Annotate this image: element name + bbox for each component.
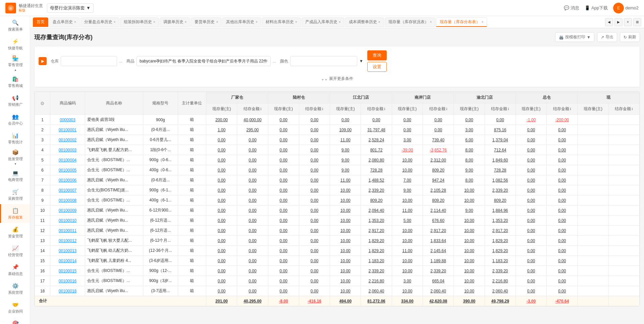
tab-home[interactable]: 首页 — [33, 17, 48, 27]
tab-next-btn[interactable]: ▶ — [614, 18, 623, 26]
row-fj-qty[interactable]: 0.00 — [206, 256, 237, 266]
close-icon[interactable]: × — [74, 20, 76, 24]
row-lc-qty[interactable]: 0.00 — [268, 175, 299, 185]
row-fj-qty[interactable]: 0.00 — [206, 276, 237, 286]
tab-xiancun-fenbiao[interactable]: 现存量（库存分布表） × — [436, 17, 487, 27]
row-yb-qty[interactable]: 10.00 — [454, 286, 485, 296]
row-code[interactable]: 00100012 — [50, 236, 85, 246]
tab-zuzhuchai[interactable]: 组装拆卸单历史 × — [120, 17, 159, 27]
row-na-qty[interactable]: 10.00 — [392, 286, 423, 296]
row-code[interactable]: 00100011 — [50, 226, 85, 236]
tab-qitachuku[interactable]: 其他出库单历史 × — [222, 17, 261, 27]
row-jb-qty[interactable]: 0.00 — [330, 115, 361, 125]
industry-select[interactable]: 母婴行业演示陈套 ▼ — [47, 3, 94, 13]
row-na-qty[interactable]: 7.00 — [392, 175, 423, 185]
row-na-qty[interactable]: 9.00 — [392, 185, 423, 195]
row-yb-qty[interactable]: 3.00 — [454, 125, 485, 135]
row-jb-qty[interactable]: 9.00 — [330, 155, 361, 165]
row-jb-qty[interactable]: 9.00 — [330, 165, 361, 175]
row-na-qty[interactable]: 10.00 — [392, 195, 423, 205]
row-zc-qty[interactable]: 0.00 — [516, 276, 546, 286]
tab-chanchengruku[interactable]: 产成品入库单历史 × — [302, 17, 344, 27]
row-na-qty[interactable]: 0.00 — [392, 115, 423, 125]
sidebar-item-operations[interactable]: 📈 经营管理 — [0, 242, 30, 261]
row-yb-qty[interactable]: 10.00 — [454, 266, 485, 276]
tab-xiancun-zhuangkuang[interactable]: 现存量（库存状况表） × — [385, 17, 436, 27]
row-jb-qty[interactable]: 10.00 — [330, 256, 361, 266]
row-na-qty[interactable]: 11.00 — [392, 246, 423, 256]
row-na-qty[interactable]: 0.00 — [392, 125, 423, 135]
row-code[interactable]: 00100002 — [50, 135, 85, 145]
row-lc-qty[interactable]: 0.00 — [268, 115, 299, 125]
row-yb-qty[interactable]: 8.00 — [454, 145, 485, 155]
tab-pandian[interactable]: 盘点单历史 × — [49, 17, 80, 27]
row-yb-qty[interactable]: 10.00 — [454, 216, 485, 226]
row-lc-qty[interactable]: 0.00 — [268, 135, 299, 145]
setting-btn[interactable]: 设置 — [367, 62, 387, 72]
tab-close-btn[interactable]: × — [624, 18, 632, 26]
filter-collapse-btn[interactable]: ▶ — [39, 57, 47, 65]
sidebar-item-inventory[interactable]: 📋 库存核算 — [0, 204, 30, 223]
row-lc-qty[interactable]: 0.00 — [268, 266, 299, 276]
row-jb-qty[interactable]: 10.00 — [330, 216, 361, 226]
sidebar-item-ecommerce[interactable]: 💻 电商管理 — [0, 167, 30, 185]
row-lc-qty[interactable]: 0.00 — [268, 205, 299, 216]
row-zc-qty[interactable]: 0.00 — [516, 216, 546, 226]
row-fj-qty[interactable]: 0.00 — [206, 205, 237, 216]
color-dropdown-icon[interactable]: ▼ — [359, 59, 363, 63]
row-na-qty[interactable]: 10.00 — [392, 155, 423, 165]
tab-expand-btn[interactable]: ⊞ — [633, 18, 641, 26]
row-yb-qty[interactable]: 9.00 — [454, 205, 485, 216]
row-fj-qty[interactable]: 1.00 — [206, 125, 237, 135]
row-lc-qty[interactable]: 0.00 — [268, 165, 299, 175]
sidebar-item-newuser[interactable]: 🎯 新手引导 — [0, 317, 30, 324]
row-yb-qty[interactable]: 6.00 — [454, 135, 485, 145]
sidebar-item-wholesale[interactable]: 📦 批发管理 ▼ — [0, 148, 30, 167]
row-yb-qty[interactable]: 8.00 — [454, 155, 485, 165]
row-fj-qty[interactable]: 0.00 — [206, 135, 237, 145]
row-fj-qty[interactable]: 0.00 — [206, 155, 237, 165]
row-lc-qty[interactable]: 0.00 — [268, 246, 299, 256]
row-lc-qty[interactable]: 0.00 — [268, 216, 299, 226]
row-na-qty[interactable]: -39.00 — [392, 145, 423, 155]
row-zc-qty[interactable]: 0.00 — [516, 226, 546, 236]
row-yb-qty[interactable]: 10.00 — [454, 226, 485, 236]
row-jb-qty[interactable]: 10.00 — [330, 226, 361, 236]
close-icon[interactable]: × — [339, 20, 341, 24]
info-icon[interactable]: ℹ — [508, 107, 509, 111]
tab-chenbengtiao[interactable]: 成本调整单历史 × — [345, 17, 384, 27]
row-na-qty[interactable]: 10.00 — [392, 236, 423, 246]
row-yb-qty[interactable]: 8.00 — [454, 175, 485, 185]
row-na-qty[interactable]: 10.00 — [392, 266, 423, 276]
warehouse-input[interactable] — [61, 56, 117, 66]
row-code[interactable]: 00100001 — [50, 125, 85, 135]
th-gear[interactable]: ⚙ — [35, 92, 50, 115]
row-fj-qty[interactable]: 0.00 — [206, 145, 237, 155]
sidebar-item-purchase[interactable]: 🛒 采购管理 — [0, 185, 30, 204]
row-yb-qty[interactable]: 10.00 — [454, 276, 485, 286]
row-code[interactable]: 00100010 — [50, 216, 85, 226]
row-yb-qty[interactable]: 10.00 — [454, 256, 485, 266]
sidebar-item-member[interactable]: 👥 会员中心 — [0, 110, 30, 129]
expand-conditions-btn[interactable]: ⌄⌄ 展开更多条件 — [318, 75, 356, 83]
user-avatar-area[interactable]: E demo2 — [613, 3, 639, 13]
row-lc-qty[interactable]: 0.00 — [268, 155, 299, 165]
row-lc-qty[interactable]: 0.00 — [268, 145, 299, 155]
close-icon[interactable]: × — [378, 20, 380, 24]
tab-prev-btn[interactable]: ◀ — [605, 18, 613, 26]
row-zc-qty[interactable]: -1.00 — [516, 115, 546, 125]
row-na-qty[interactable]: 11.00 — [392, 205, 423, 216]
row-jb-qty[interactable]: 10.00 — [330, 276, 361, 286]
close-icon[interactable]: × — [481, 20, 483, 24]
row-code[interactable]: 00100003 — [50, 145, 85, 155]
row-code[interactable]: 00100013 — [50, 246, 85, 256]
sidebar-item-finance[interactable]: 💰 资金管理 — [0, 223, 30, 242]
row-jb-qty[interactable]: 10.00 — [330, 246, 361, 256]
goods-input[interactable] — [137, 56, 271, 66]
row-jb-qty[interactable]: 109.00 — [330, 125, 361, 135]
sidebar-item-search[interactable]: 🔍 搜索英单 — [0, 16, 30, 35]
row-zc-qty[interactable]: 0.00 — [516, 205, 546, 216]
sidebar-item-basic-info[interactable]: 📌 基础信息 — [0, 261, 30, 279]
row-code[interactable]: 00100007 — [50, 185, 85, 195]
close-icon[interactable]: × — [153, 20, 155, 24]
